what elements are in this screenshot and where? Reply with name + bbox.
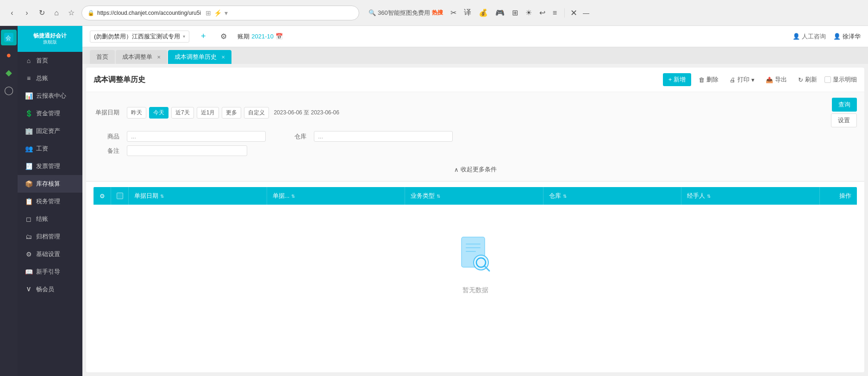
add-account-button[interactable]: +: [197, 30, 210, 43]
th-settings[interactable]: ⚙: [94, 187, 111, 205]
note-input[interactable]: [127, 145, 247, 156]
scissors-icon[interactable]: ✂: [449, 7, 458, 18]
sidebar-item-reports[interactable]: 📊 云报表中心: [18, 87, 82, 105]
query-button[interactable]: 查询: [832, 98, 857, 112]
date-btn-7days[interactable]: 近7天: [171, 107, 194, 119]
date-btn-1month[interactable]: 近1月: [197, 107, 219, 119]
display-checkbox[interactable]: [824, 76, 831, 83]
user-avatar[interactable]: 👤 徐泽华: [833, 32, 861, 41]
th-date[interactable]: 单据日期 ⇅: [129, 187, 267, 205]
calendar-icon[interactable]: 📅: [275, 33, 283, 40]
collapse-button[interactable]: ∧ 收起更多条件: [449, 163, 502, 175]
sidebar-item-funds[interactable]: 💲 资金管理: [18, 105, 82, 122]
account-selector[interactable]: (勿删勿禁用）江西服宝测试专用 ▾: [90, 31, 189, 43]
page-actions: + 新增 🗑 删除 🖨 打印 ▾ 📤 导出 ↻: [663, 73, 857, 86]
page-content: 成本调整单历史 + 新增 🗑 删除 🖨 打印 ▾ 📤 导出: [86, 68, 864, 372]
th-biz-type[interactable]: 业务类型 ⇅: [405, 187, 543, 205]
tab-cost-adjust[interactable]: 成本调整单 ✕: [116, 50, 167, 64]
sidebar-item-inventory[interactable]: 📦 库存核算: [18, 175, 82, 193]
settings-col-icon: ⚙: [100, 193, 105, 200]
sidebar-label-guide: 新手引导: [36, 268, 60, 276]
tab-home[interactable]: 首页: [90, 50, 115, 64]
sidebar-item-home[interactable]: ⌂ 首页: [18, 52, 82, 69]
warehouse-filter-label: 仓库: [281, 132, 306, 141]
th-actions-label: 操作: [839, 192, 851, 200]
header-checkbox[interactable]: [117, 193, 123, 199]
icon-bar-app[interactable]: 会: [1, 30, 17, 45]
export-button[interactable]: 📤 导出: [762, 74, 791, 86]
browser-search[interactable]: 🔍 360智能抠图免费用 热搜: [368, 9, 443, 17]
date-btn-yesterday[interactable]: 昨天: [127, 107, 146, 119]
translate-icon[interactable]: 译: [462, 7, 473, 19]
close-icon[interactable]: ✕: [570, 8, 577, 18]
date-btn-today[interactable]: 今天: [149, 107, 169, 119]
sidebar-item-payroll[interactable]: 👥 工资: [18, 140, 82, 157]
th-date-label: 单据日期: [134, 192, 158, 200]
sidebar-item-fixed[interactable]: 🏢 固定资产: [18, 122, 82, 140]
th-checkbox[interactable]: [111, 187, 129, 205]
warehouse-selector[interactable]: ...: [314, 131, 453, 142]
add-button[interactable]: + 新增: [663, 73, 691, 86]
account-settings-button[interactable]: ⚙: [217, 30, 230, 43]
refresh-button[interactable]: ↻ 刷新: [794, 74, 821, 86]
icon-bar-item-3[interactable]: ◆: [1, 65, 17, 81]
tab-cost-history-close[interactable]: ✕: [221, 55, 225, 60]
ssl-icon: 🔒: [87, 10, 94, 16]
undo-icon[interactable]: ↩: [537, 7, 547, 18]
date-btn-more[interactable]: 更多: [222, 107, 241, 119]
sidebar-label-close: 结账: [36, 215, 48, 223]
apps-icon[interactable]: ⊞: [510, 7, 520, 18]
sidebar-item-vip[interactable]: V 畅会员: [18, 281, 82, 298]
th-handler[interactable]: 经手人 ⇅: [681, 187, 820, 205]
home-icon: ⌂: [25, 57, 32, 64]
print-button[interactable]: 🖨 打印 ▾: [726, 74, 758, 86]
th-warehouse[interactable]: 仓库 ⇅: [543, 187, 682, 205]
filter-row-date: 单据日期 昨天 今天 近7天 近1月 更多 自定义 2023-06-06 至 2…: [94, 98, 857, 127]
sidebar-item-basic[interactable]: ⚙ 基础设置: [18, 245, 82, 263]
icon-bar-item-4[interactable]: ◯: [1, 82, 17, 98]
filter-area: 单据日期 昨天 今天 近7天 近1月 更多 自定义 2023-06-06 至 2…: [86, 92, 864, 182]
display-label: 显示明细: [833, 75, 857, 84]
goods-selector[interactable]: ...: [127, 131, 266, 142]
ledger-icon: ≡: [25, 75, 32, 82]
th-biz-type-label: 业务类型: [411, 192, 435, 200]
refresh-button[interactable]: ↻: [35, 6, 48, 19]
star-button[interactable]: ☆: [65, 6, 78, 19]
invoice-icon: 🧾: [25, 163, 32, 170]
empty-text: 暂无数据: [462, 286, 488, 295]
note-filter-label: 备注: [94, 147, 119, 155]
consultation-button[interactable]: 👤 人工咨询: [793, 32, 826, 41]
tab-cost-history[interactable]: 成本调整单历史 ✕: [168, 50, 231, 64]
sidebar-item-close[interactable]: ◻ 结账: [18, 210, 82, 228]
tab-cost-adjust-close[interactable]: ✕: [157, 55, 161, 60]
sidebar-item-guide[interactable]: 📖 新手引导: [18, 263, 82, 281]
sidebar-menu: ⌂ 首页 ≡ 总账 📊 云报表中心 💲 资金管理 🏢 固定资产 👥 工资: [18, 52, 82, 376]
date-btn-custom[interactable]: 自定义: [244, 107, 269, 119]
minimize-icon[interactable]: —: [583, 9, 589, 17]
user-name-label: 徐泽华: [843, 32, 861, 41]
sidebar-item-tax[interactable]: 📋 税务管理: [18, 193, 82, 210]
brightness-icon[interactable]: ☀: [524, 7, 534, 18]
delete-button[interactable]: 🗑 删除: [695, 74, 722, 86]
address-bar[interactable]: 🔒 https://cloud.chanjet.com/accounting/u…: [81, 6, 359, 20]
sidebar-item-archive[interactable]: 🗂 归档管理: [18, 228, 82, 245]
display-toggle[interactable]: 显示明细: [824, 75, 857, 84]
date-range-display: 2023-06-06 至 2023-06-06: [274, 109, 339, 117]
icon-bar-item-2[interactable]: ●: [1, 47, 17, 63]
home-button[interactable]: ⌂: [50, 6, 63, 19]
th-number[interactable]: 单据... ⇅: [267, 187, 406, 205]
forward-button[interactable]: ›: [20, 6, 33, 19]
fixed-icon: 🏢: [25, 127, 32, 135]
collapse-label: 收起更多条件: [461, 165, 497, 174]
funds-icon: 💲: [25, 110, 32, 117]
sidebar-item-invoice[interactable]: 🧾 发票管理: [18, 157, 82, 175]
game-icon[interactable]: 🎮: [493, 7, 506, 18]
print-label: 打印: [737, 75, 749, 84]
back-button[interactable]: ‹: [6, 6, 19, 19]
filter-settings-button[interactable]: 设置: [831, 113, 857, 127]
menu-icon[interactable]: ≡: [551, 8, 559, 18]
sidebar-item-ledger[interactable]: ≡ 总账: [18, 69, 82, 87]
user-icon: 👤: [833, 33, 841, 40]
close-period-icon: ◻: [25, 215, 32, 223]
wallet-icon[interactable]: 💰: [477, 7, 490, 18]
